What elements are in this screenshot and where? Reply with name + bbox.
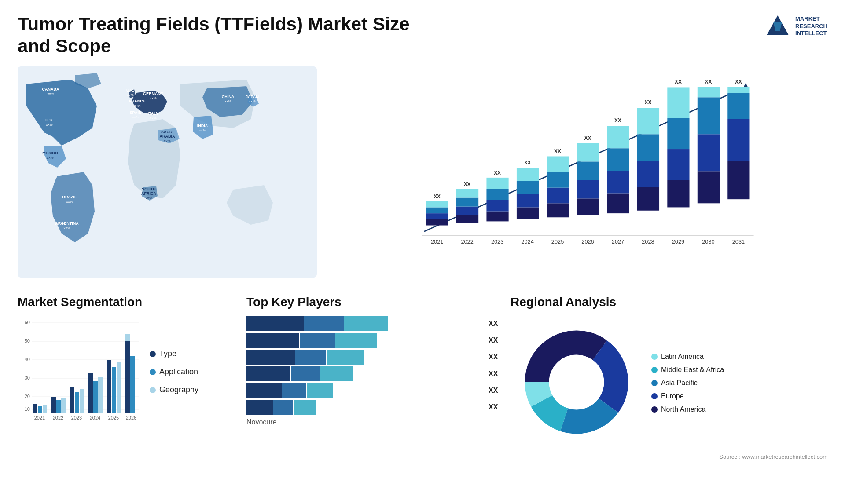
svg-text:2028: 2028	[642, 238, 654, 245]
svg-rect-125	[80, 389, 84, 413]
svg-text:XX: XX	[464, 181, 471, 187]
svg-rect-44	[456, 215, 478, 223]
legend-application-dot	[150, 369, 156, 375]
regional-legend-apac: Asia Pacific	[651, 379, 724, 387]
svg-rect-62	[547, 156, 569, 172]
svg-text:XX: XX	[524, 160, 531, 166]
player-label-6: XX	[489, 403, 502, 411]
svg-text:60: 60	[25, 320, 30, 325]
svg-text:SPAIN: SPAIN	[130, 110, 142, 115]
svg-text:2024: 2024	[90, 415, 100, 420]
svg-rect-57	[517, 168, 539, 181]
svg-rect-130	[112, 367, 116, 413]
regional-legend-mea: Middle East & Africa	[651, 366, 724, 374]
svg-text:xx%: xx%	[46, 123, 52, 127]
logo: MARKET RESEARCH INTELLECT	[764, 13, 827, 40]
svg-rect-92	[727, 87, 749, 93]
svg-rect-117	[33, 404, 37, 413]
svg-text:xx%: xx%	[47, 92, 54, 96]
svg-text:XX: XX	[554, 148, 561, 154]
svg-text:BRAZIL: BRAZIL	[62, 195, 77, 199]
svg-rect-127	[93, 381, 98, 413]
svg-text:30: 30	[25, 375, 30, 380]
svg-text:xx%: xx%	[127, 93, 133, 97]
player-bar-5	[246, 383, 485, 398]
bottom-section: Market Segmentation 60 50 40 30 20 10	[18, 295, 827, 460]
company-name: Novocure	[246, 418, 502, 426]
segmentation-title: Market Segmentation	[18, 295, 238, 309]
middle-east-africa-dot	[651, 367, 658, 373]
source-text: Source : www.marketresearchintellect.com	[511, 453, 827, 460]
player-row-4: XX	[246, 366, 502, 381]
regional-legend-latin: Latin America	[651, 353, 724, 361]
svg-rect-131	[117, 362, 121, 413]
player-label-2: XX	[489, 336, 502, 344]
player-row-5: XX	[246, 383, 502, 398]
svg-rect-132	[125, 341, 130, 413]
svg-text:XX: XX	[675, 79, 682, 85]
svg-text:XX: XX	[494, 169, 501, 175]
svg-text:2024: 2024	[521, 238, 533, 245]
svg-rect-66	[577, 161, 599, 180]
svg-text:INDIA: INDIA	[197, 124, 208, 128]
svg-rect-46	[456, 197, 478, 206]
svg-rect-120	[51, 397, 56, 413]
svg-text:xx%: xx%	[63, 226, 70, 230]
svg-rect-75	[637, 161, 659, 187]
bar-chart-svg: XX XX XX XX XX	[343, 71, 819, 256]
player-bar-6	[246, 400, 485, 415]
player-bar-1	[246, 316, 485, 331]
svg-text:MEXICO: MEXICO	[42, 151, 58, 155]
svg-rect-84	[698, 171, 720, 203]
svg-text:xx%: xx%	[47, 156, 53, 160]
svg-rect-74	[637, 187, 659, 211]
svg-text:2029: 2029	[672, 238, 684, 245]
player-label-5: XX	[489, 387, 502, 394]
svg-text:2030: 2030	[702, 238, 714, 245]
svg-text:2026: 2026	[581, 238, 594, 245]
legend-type: Type	[150, 349, 198, 358]
svg-rect-52	[486, 178, 508, 189]
svg-rect-54	[517, 207, 539, 219]
svg-rect-118	[38, 406, 42, 413]
svg-rect-87	[698, 87, 720, 97]
legend-geography: Geography	[150, 385, 198, 394]
svg-text:FRANCE: FRANCE	[129, 99, 146, 103]
europe-dot	[651, 393, 658, 399]
player-bar-4	[246, 366, 485, 381]
player-row-2: XX	[246, 333, 502, 348]
svg-text:XX: XX	[735, 79, 742, 85]
legend-geography-dot	[150, 387, 156, 393]
player-bar-3	[246, 350, 485, 365]
logo-text: MARKET RESEARCH INTELLECT	[795, 15, 827, 38]
logo-icon	[764, 13, 791, 40]
svg-rect-67	[577, 143, 599, 161]
svg-rect-85	[698, 134, 720, 171]
legend-application: Application	[150, 367, 198, 376]
svg-text:20: 20	[25, 394, 30, 399]
svg-text:2022: 2022	[461, 238, 473, 245]
svg-text:xx%: xx%	[145, 196, 152, 200]
segmentation-section: Market Segmentation 60 50 40 30 20 10	[18, 295, 238, 460]
svg-text:xx%: xx%	[132, 115, 139, 119]
svg-text:U.S.: U.S.	[45, 118, 53, 122]
page-title: Tumor Treating Fields (TTFields) Market …	[18, 13, 414, 58]
svg-text:JAPAN: JAPAN	[246, 95, 259, 99]
svg-rect-129	[107, 360, 111, 413]
svg-text:2023: 2023	[491, 238, 503, 245]
svg-text:xx%: xx%	[134, 104, 140, 108]
regional-title: Regional Analysis	[511, 295, 827, 309]
svg-rect-79	[667, 180, 689, 207]
svg-text:2023: 2023	[71, 415, 82, 420]
svg-rect-121	[56, 400, 61, 413]
svg-text:2025: 2025	[108, 415, 119, 420]
svg-text:xx%: xx%	[150, 116, 156, 120]
svg-text:AFRICA: AFRICA	[141, 191, 156, 196]
donut-chart	[511, 316, 643, 450]
svg-rect-91	[727, 93, 749, 119]
svg-rect-123	[70, 387, 74, 413]
svg-rect-65	[577, 180, 599, 198]
key-players-section: Top Key Players XX XX	[246, 295, 502, 460]
svg-rect-81	[667, 118, 689, 149]
svg-text:XX: XX	[645, 99, 652, 106]
